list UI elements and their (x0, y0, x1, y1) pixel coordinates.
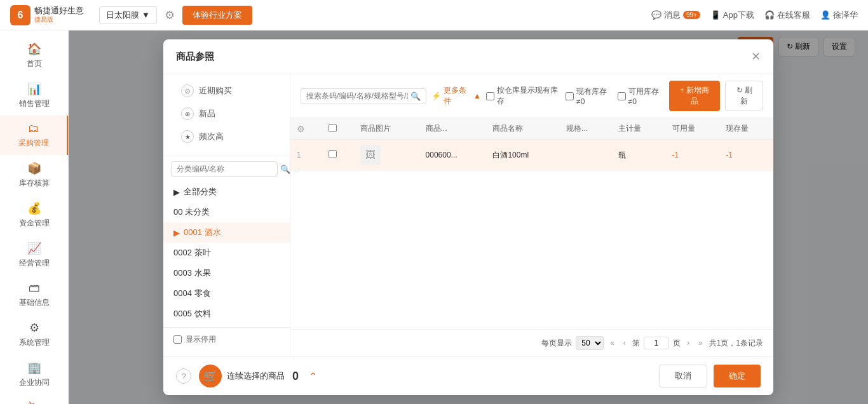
category-snack[interactable]: 0004 零食 (163, 283, 290, 304)
table-row[interactable]: 1 🖼 000600... 白酒100ml (290, 140, 773, 171)
logo: 6 畅捷通好生意 捷易版 (10, 5, 84, 25)
message-badge: 99+ (683, 11, 700, 19)
user-menu[interactable]: 👤 徐泽华 (820, 10, 858, 21)
stock-nonzero-checkbox[interactable] (566, 92, 574, 100)
messages-nav[interactable]: 💬 消息 99+ (651, 10, 700, 21)
first-page-btn[interactable]: « (607, 337, 617, 349)
row-code: 000600... (419, 140, 487, 171)
next-page-btn[interactable]: › (684, 337, 692, 349)
new-icon: ⊕ (181, 107, 194, 120)
sidebar-label-home: 首页 (27, 58, 42, 69)
toolbar-right: + 新增商品 ↻ 刷新 (669, 81, 763, 111)
dialog-header: 商品参照 ✕ (163, 39, 773, 74)
sidebar-item-system[interactable]: ⚙ 系统管理 (0, 314, 68, 354)
filter-icon: ⚡ (431, 91, 441, 100)
dialog-title: 商品参照 (176, 51, 214, 63)
category-fruit[interactable]: 0003 水果 (163, 263, 290, 283)
recent-buy-item[interactable]: ⊙ 近期购买 (171, 79, 282, 102)
message-icon: 💬 (651, 10, 661, 20)
col-available: 可用量 (666, 118, 720, 140)
gear-icon[interactable]: ⚙ (165, 8, 175, 22)
display-disabled-checkbox[interactable] (173, 335, 182, 344)
main-layout: 🏠 首页 📊 销售管理 🗂 采购管理 📦 库存核算 💰 资金管理 📈 经营管理 … (0, 30, 868, 404)
sidebar-item-operations[interactable]: 📈 经营管理 (0, 235, 68, 275)
new-item[interactable]: ⊕ 新品 (171, 102, 282, 125)
per-page-select[interactable]: 50 (576, 336, 604, 350)
row-select-checkbox[interactable] (329, 150, 337, 158)
dialog-close-button[interactable]: ✕ (751, 50, 761, 64)
guide-icon: 🔖 (27, 401, 41, 404)
sales-icon: 📊 (27, 82, 41, 96)
product-search-box: 🔍 (301, 88, 426, 104)
row-available: -1 (666, 140, 720, 171)
branch-dropdown[interactable]: 日太阳膜 ▼ (99, 6, 157, 24)
sidebar-label-sales: 销售管理 (19, 98, 50, 109)
page-number-input[interactable] (644, 337, 669, 349)
category-alcohol[interactable]: ▶ 0001 酒水 (163, 222, 290, 243)
col-name: 商品名称 (486, 118, 560, 140)
cart-icon[interactable]: 🛒 (199, 365, 222, 387)
footer-cart: 🛒 连续选择的商品 0 (199, 365, 301, 387)
checkbox-available-nonzero[interactable]: 可用库存≠0 (618, 86, 664, 106)
row-checkbox[interactable] (322, 140, 354, 171)
cancel-btn[interactable]: 取消 (659, 365, 707, 387)
sidebar-item-enterprise[interactable]: 🏢 企业协同 (0, 354, 68, 394)
category-search-icon[interactable]: 🔍 (280, 165, 290, 174)
category-all[interactable]: ▶ 全部分类 (163, 182, 290, 202)
category-beverage[interactable]: 0005 饮料 (163, 304, 290, 324)
sidebar-item-guide[interactable]: 🔖 新手引导 (0, 394, 68, 404)
sidebar-label-purchase: 采购管理 (18, 138, 49, 149)
dialog-footer: ? 🛒 连续选择的商品 0 ⌃ 取消 确定 (163, 356, 773, 395)
app-download-nav[interactable]: 📱 App下载 (710, 10, 754, 21)
add-product-btn[interactable]: + 新增商品 (669, 81, 720, 111)
left-panel: ⊙ 近期购买 ⊕ 新品 ★ 频次高 (163, 74, 290, 356)
phone-icon: 📱 (710, 10, 721, 20)
trial-btn[interactable]: 体验行业方案 (182, 6, 252, 25)
nav-right: 💬 消息 99+ 📱 App下载 🎧 在线客服 👤 徐泽华 (651, 10, 858, 21)
dialog-overlay: 商品参照 ✕ ⊙ 近期购买 ⊕ 新品 (69, 30, 868, 404)
category-search-input[interactable] (171, 161, 278, 177)
sidebar-label-system: 系统管理 (19, 337, 50, 348)
category-uncategorized[interactable]: 00 未分类 (163, 202, 290, 222)
checkbox-stock-nonzero[interactable]: 现有库存≠0 (566, 86, 612, 106)
product-thumbnail: 🖼 (360, 145, 381, 165)
col-settings[interactable]: ⚙ (290, 118, 322, 140)
operations-icon: 📈 (27, 241, 41, 255)
sidebar-label-operations: 经营管理 (19, 258, 50, 269)
sidebar-item-basic[interactable]: 🗃 基础信息 (0, 275, 68, 314)
product-search-input[interactable] (306, 91, 408, 100)
row-spec (560, 140, 612, 171)
sidebar-item-finance[interactable]: 💰 资金管理 (0, 195, 68, 235)
help-icon[interactable]: ? (176, 368, 191, 384)
available-nonzero-checkbox[interactable] (618, 92, 626, 100)
headset-icon: 🎧 (764, 10, 775, 20)
sidebar-item-sales[interactable]: 📊 销售管理 (0, 76, 68, 116)
sidebar-item-home[interactable]: 🏠 首页 (0, 36, 68, 76)
finance-icon: 💰 (27, 201, 41, 215)
col-stock: 现存量 (719, 118, 773, 140)
purchase-icon: 🗂 (28, 122, 39, 135)
sidebar-label-basic: 基础信息 (19, 297, 50, 308)
checkbox-warehouse[interactable]: 按仓库显示现有库存 (486, 85, 560, 107)
warehouse-checkbox[interactable] (486, 92, 494, 100)
prev-page-btn[interactable]: ‹ (621, 337, 628, 349)
high-freq-item[interactable]: ★ 频次高 (171, 125, 282, 148)
logo-name: 畅捷通好生意 (34, 6, 84, 16)
confirm-btn[interactable]: 确定 (714, 365, 761, 387)
online-service-nav[interactable]: 🎧 在线客服 (764, 10, 810, 21)
last-page-btn[interactable]: » (696, 337, 705, 349)
search-icon[interactable]: 🔍 (410, 91, 421, 101)
footer-collapse-btn[interactable]: ⌃ (309, 370, 317, 382)
refresh-btn[interactable]: ↻ 刷新 (725, 81, 763, 111)
filter-btn[interactable]: ⚡ 更多条件 ▲ (431, 85, 481, 107)
sidebar-item-inventory[interactable]: 📦 库存核算 (0, 155, 68, 195)
star-icon: ★ (181, 130, 194, 143)
col-code: 商品... (419, 118, 487, 140)
row-image: 🖼 (354, 140, 419, 171)
category-tea[interactable]: 0002 茶叶 (163, 243, 290, 263)
select-all-checkbox[interactable] (329, 124, 337, 132)
system-icon: ⚙ (29, 321, 39, 335)
col-unit: 主计量 (612, 118, 666, 140)
sidebar-item-purchase[interactable]: 🗂 采购管理 (0, 116, 68, 155)
dialog-body: ⊙ 近期购买 ⊕ 新品 ★ 频次高 (163, 74, 773, 356)
